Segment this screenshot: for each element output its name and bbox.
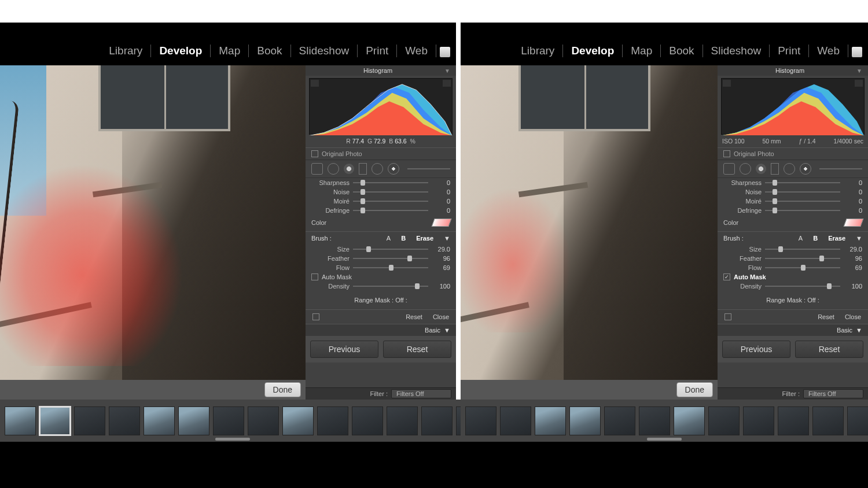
- done-button[interactable]: Done: [264, 382, 301, 397]
- pin-toggle-icon[interactable]: [312, 313, 319, 320]
- radial-tool-icon[interactable]: [784, 163, 795, 175]
- redeye-tool-icon[interactable]: [344, 164, 354, 174]
- filter-select[interactable]: Filters Off: [803, 389, 863, 398]
- filmstrip-thumb[interactable]: [708, 406, 740, 435]
- basic-panel-header[interactable]: Basic ▼: [306, 324, 456, 336]
- spot-tool-icon[interactable]: [740, 163, 751, 175]
- redeye-tool-icon[interactable]: [756, 164, 766, 174]
- tab-print[interactable]: Print: [770, 45, 809, 57]
- brush-preset-a[interactable]: A: [799, 235, 803, 242]
- filmstrip-thumb[interactable]: [778, 406, 809, 435]
- module-picker-icon[interactable]: [852, 47, 862, 57]
- tab-slideshow[interactable]: Slideshow: [703, 45, 770, 57]
- filmstrip-thumb[interactable]: [282, 406, 314, 435]
- filmstrip-thumb[interactable]: [604, 406, 635, 435]
- tab-develop[interactable]: Develop: [563, 45, 623, 57]
- radial-tool-icon[interactable]: [372, 163, 383, 175]
- range-mask[interactable]: Range Mask : Off :: [718, 291, 868, 309]
- previous-button[interactable]: Previous: [310, 341, 378, 358]
- color-swatch[interactable]: [843, 219, 863, 227]
- slider-flow[interactable]: Flow69: [718, 263, 868, 272]
- filmstrip-thumb[interactable]: [674, 406, 705, 435]
- tool-amount-slider[interactable]: [819, 168, 862, 169]
- filmstrip-thumb[interactable]: [639, 406, 670, 435]
- filmstrip-thumb[interactable]: [465, 406, 496, 435]
- slider-size[interactable]: Size29.0: [718, 245, 868, 254]
- tab-web[interactable]: Web: [397, 45, 436, 57]
- filmstrip-thumb[interactable]: [74, 406, 105, 435]
- slider-density[interactable]: Density100: [718, 282, 868, 291]
- filmstrip-thumb[interactable]: [5, 406, 36, 435]
- brush-close-link[interactable]: Close: [433, 313, 449, 320]
- filmstrip-thumb[interactable]: [569, 406, 601, 435]
- reset-button[interactable]: Reset: [383, 341, 451, 358]
- tab-map[interactable]: Map: [623, 45, 661, 57]
- tab-book[interactable]: Book: [661, 45, 703, 57]
- original-photo-toggle[interactable]: Original Photo: [718, 147, 868, 160]
- filmstrip[interactable]: [0, 400, 465, 442]
- filmstrip-thumb[interactable]: [500, 406, 531, 435]
- slider-sharpness[interactable]: Sharpness0: [718, 178, 868, 187]
- filmstrip-thumb[interactable]: [178, 406, 209, 435]
- slider-moire[interactable]: Moiré0: [718, 197, 868, 206]
- brush-erase[interactable]: Erase: [416, 235, 433, 242]
- slider-defringe[interactable]: Defringe0: [718, 206, 868, 215]
- basic-panel-header[interactable]: Basic ▼: [718, 324, 868, 336]
- filmstrip-thumb[interactable]: [421, 406, 453, 435]
- brush-preset-b[interactable]: B: [813, 235, 818, 242]
- crop-tool-icon[interactable]: [311, 163, 323, 175]
- histogram[interactable]: [309, 78, 453, 135]
- slider-defringe[interactable]: Defringe0: [306, 206, 456, 215]
- slider-noise[interactable]: Noise0: [718, 187, 868, 197]
- original-photo-toggle[interactable]: Original Photo: [306, 147, 456, 160]
- tab-web[interactable]: Web: [809, 45, 848, 57]
- filmstrip[interactable]: [461, 400, 868, 442]
- filter-select[interactable]: Filters Off: [391, 389, 451, 398]
- gradient-tool-icon[interactable]: [359, 163, 367, 175]
- color-swatch[interactable]: [431, 219, 451, 227]
- histogram-header[interactable]: Histogram▼: [718, 65, 868, 76]
- filmstrip-thumb[interactable]: [39, 406, 71, 435]
- brush-erase[interactable]: Erase: [828, 235, 845, 242]
- filmstrip-thumb[interactable]: [352, 406, 383, 435]
- brush-close-link[interactable]: Close: [845, 313, 861, 320]
- shadow-clip-icon[interactable]: [723, 80, 731, 87]
- spot-tool-icon[interactable]: [328, 163, 339, 175]
- tool-amount-slider[interactable]: [407, 168, 450, 169]
- range-mask[interactable]: Range Mask : Off :: [306, 291, 456, 309]
- slider-noise[interactable]: Noise0: [306, 187, 456, 197]
- slider-density[interactable]: Density100: [306, 282, 456, 291]
- automask-toggle[interactable]: ✓Auto Mask: [718, 272, 868, 282]
- slider-feather[interactable]: Feather96: [306, 254, 456, 263]
- brush-preset-b[interactable]: B: [401, 235, 406, 242]
- previous-button[interactable]: Previous: [722, 341, 790, 358]
- filmstrip-thumb[interactable]: [812, 406, 844, 435]
- tab-develop[interactable]: Develop: [151, 45, 211, 57]
- automask-toggle[interactable]: Auto Mask: [306, 272, 456, 282]
- brush-tool-icon[interactable]: [800, 163, 811, 175]
- done-button[interactable]: Done: [676, 382, 713, 397]
- filmstrip-thumb[interactable]: [847, 406, 868, 435]
- highlight-clip-icon[interactable]: [855, 80, 863, 87]
- pin-toggle-icon[interactable]: [724, 313, 731, 320]
- filmstrip-thumb[interactable]: [535, 406, 566, 435]
- filmstrip-thumb[interactable]: [248, 406, 279, 435]
- filmstrip-thumb[interactable]: [387, 406, 418, 435]
- brush-preset-a[interactable]: A: [387, 235, 391, 242]
- tab-book[interactable]: Book: [249, 45, 290, 57]
- gradient-tool-icon[interactable]: [771, 163, 779, 175]
- filmstrip-scrollbar[interactable]: [647, 438, 682, 441]
- filmstrip-thumb[interactable]: [317, 406, 348, 435]
- filmstrip-scrollbar[interactable]: [215, 438, 250, 441]
- brush-tool-icon[interactable]: [388, 163, 399, 175]
- shadow-clip-icon[interactable]: [311, 80, 319, 87]
- canvas[interactable]: Done: [461, 65, 718, 400]
- tab-library[interactable]: Library: [513, 45, 563, 57]
- tab-slideshow[interactable]: Slideshow: [291, 45, 358, 57]
- slider-size[interactable]: Size29.0: [306, 245, 456, 254]
- brush-reset-link[interactable]: Reset: [406, 313, 422, 320]
- module-picker-icon[interactable]: [440, 47, 450, 57]
- crop-tool-icon[interactable]: [723, 163, 735, 175]
- tab-library[interactable]: Library: [101, 45, 151, 57]
- highlight-clip-icon[interactable]: [443, 80, 451, 87]
